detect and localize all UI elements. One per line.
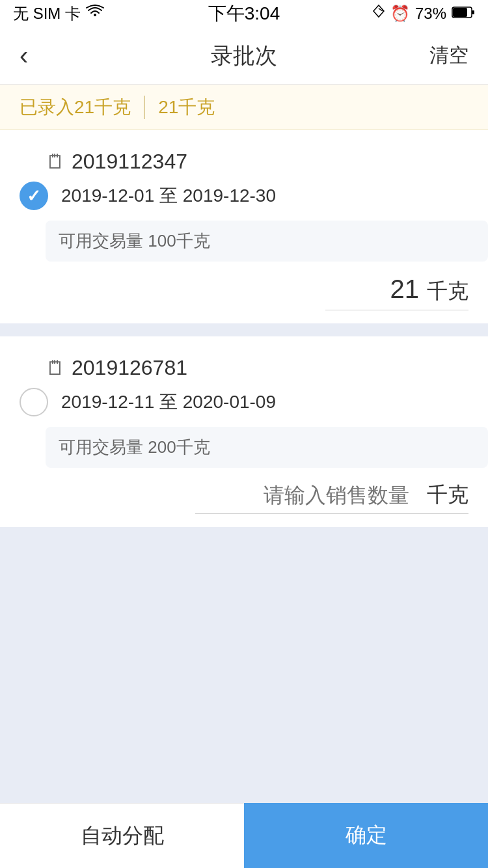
batch-2-section: 🗒 2019126781 2019-12-11 至 2020-01-09 可用交…	[0, 336, 488, 527]
batch-2-header: 🗒 2019126781	[0, 356, 488, 380]
battery-percent: 73%	[415, 5, 446, 23]
batch-1-section: 🗒 2019112347 2019-12-01 至 2019-12-30 可用交…	[0, 130, 488, 323]
confirm-button[interactable]: 确定	[244, 803, 488, 868]
batch-2-input-wrapper: 千克	[0, 468, 488, 527]
batch-1-date-row: 2019-12-01 至 2019-12-30	[0, 182, 488, 210]
summary-value: 21千克	[158, 95, 215, 120]
svg-rect-2	[472, 10, 474, 14]
page-title: 录批次	[211, 41, 277, 71]
gray-area	[0, 527, 488, 813]
battery-icon	[452, 5, 475, 23]
sim-label: 无 SIM 卡	[13, 3, 81, 24]
batch-2-underline	[195, 513, 468, 514]
status-bar-right: ⏰ 73%	[372, 5, 475, 23]
status-bar-left: 无 SIM 卡	[13, 3, 104, 24]
batch-1-date: 2019-12-01 至 2019-12-30	[61, 183, 276, 208]
batch-1-unit: 千克	[427, 277, 468, 306]
batch-2-icon: 🗒	[46, 357, 65, 379]
section-separator-1	[0, 323, 488, 336]
recorded-label: 已录入21千克	[20, 95, 131, 120]
batch-2-date-row: 2019-12-11 至 2020-01-09	[0, 388, 488, 416]
svg-rect-1	[453, 8, 467, 17]
summary-bar: 已录入21千克 21千克	[0, 85, 488, 130]
location-icon	[372, 5, 385, 23]
status-bar: 无 SIM 卡 下午3:04 ⏰ 73%	[0, 0, 488, 27]
batch-1-radio[interactable]	[20, 182, 48, 210]
summary-divider	[144, 96, 145, 119]
batch-1-amount: 21	[390, 275, 420, 304]
batch-2-id: 2019126781	[72, 356, 187, 380]
batch-1-underline	[325, 310, 468, 310]
bottom-bar: 自动分配 确定	[0, 803, 488, 868]
back-button[interactable]: ‹	[20, 41, 59, 70]
auto-distribute-button[interactable]: 自动分配	[0, 803, 244, 868]
batch-1-header: 🗒 2019112347	[0, 150, 488, 174]
batch-2-item[interactable]: 🗒 2019126781 2019-12-11 至 2020-01-09 可用交…	[0, 336, 488, 468]
nav-bar: ‹ 录批次 清空	[0, 27, 488, 85]
batch-1-amount-row: 21 千克	[390, 275, 469, 306]
batch-1-icon: 🗒	[46, 151, 65, 173]
batch-2-available: 可用交易量 200千克	[46, 427, 488, 468]
wifi-icon	[86, 5, 104, 23]
status-bar-time: 下午3:04	[208, 1, 280, 26]
clear-button[interactable]: 清空	[429, 42, 468, 69]
sales-quantity-input[interactable]	[198, 483, 419, 508]
alarm-icon: ⏰	[390, 5, 410, 23]
batch-1-item[interactable]: 🗒 2019112347 2019-12-01 至 2019-12-30 可用交…	[0, 130, 488, 262]
batch-1-available: 可用交易量 100千克	[46, 221, 488, 262]
batch-1-id: 2019112347	[72, 150, 187, 174]
batch-2-unit: 千克	[427, 481, 468, 509]
batch-2-radio[interactable]	[20, 388, 48, 416]
batch-2-input-row: 千克	[198, 481, 468, 509]
batch-1-amount-wrapper: 21 千克	[0, 262, 488, 323]
batch-2-date: 2019-12-11 至 2020-01-09	[61, 390, 276, 414]
